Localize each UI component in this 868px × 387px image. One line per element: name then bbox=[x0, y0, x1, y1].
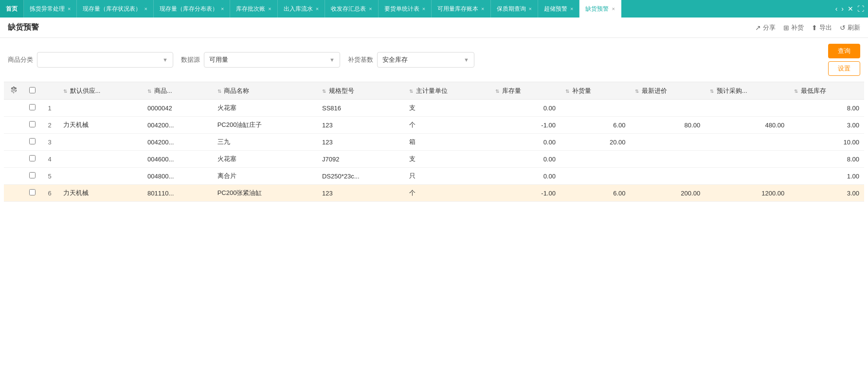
td-checkbox[interactable] bbox=[23, 185, 41, 202]
tab-inventory-status[interactable]: 现存量（库存状况表） × bbox=[77, 0, 153, 18]
td-checkbox[interactable] bbox=[23, 151, 41, 168]
export-button[interactable]: ⬆ 导出 bbox=[812, 23, 832, 32]
td-replenish-qty: 20.00 bbox=[561, 134, 631, 151]
tab-receive-summary[interactable]: 收发存汇总表 × bbox=[325, 0, 378, 18]
select-all-checkbox[interactable] bbox=[29, 87, 36, 93]
table-row: 1 0000042 火花塞 SS816 支 0.00 8.00 bbox=[4, 100, 864, 117]
tab-shortage[interactable]: 缺货预警 × bbox=[579, 0, 621, 18]
th-gear[interactable] bbox=[4, 82, 23, 100]
tab-order-stats-close[interactable]: × bbox=[422, 6, 425, 12]
replenish-label: 补货 bbox=[791, 23, 804, 32]
page-header: 缺货预警 ↗ 分享 ⊞ 补货 ⬆ 导出 ↺ 刷新 bbox=[0, 18, 868, 38]
td-product-name: 火花塞 bbox=[213, 100, 317, 117]
th-product-code[interactable]: ⇅ 商品... bbox=[143, 82, 213, 100]
tab-available-ledger-close[interactable]: × bbox=[481, 6, 484, 12]
tab-next-button[interactable]: › bbox=[839, 0, 846, 18]
th-estimated-purchase[interactable]: ⇅ 预计采购... bbox=[705, 82, 789, 100]
th-default-supplier[interactable]: ⇅ 默认供应... bbox=[58, 82, 143, 100]
tab-abnormal-close[interactable]: × bbox=[68, 6, 71, 12]
td-unit: 箱 bbox=[404, 134, 490, 151]
tab-close-button[interactable]: ✕ bbox=[846, 0, 855, 18]
tab-available-ledger[interactable]: 可用量库存账本 × bbox=[432, 0, 490, 18]
tab-inventory-dist[interactable]: 现存量（库存分布表） × bbox=[154, 0, 230, 18]
tab-inout-flow-close[interactable]: × bbox=[316, 6, 319, 12]
row-checkbox-2[interactable] bbox=[29, 138, 36, 144]
category-label: 商品分类 bbox=[8, 55, 33, 64]
category-select[interactable]: ▼ bbox=[37, 52, 173, 68]
tab-order-stats[interactable]: 要货单统计表 × bbox=[379, 0, 432, 18]
td-row-num: 3 bbox=[41, 134, 58, 151]
row-checkbox-4[interactable] bbox=[29, 172, 36, 178]
datasource-select-value: 可用量 bbox=[209, 55, 228, 64]
td-product-code: 004600... bbox=[143, 151, 213, 168]
th-latest-price[interactable]: ⇅ 最新进价 bbox=[630, 82, 705, 100]
th-replenish-qty[interactable]: ⇅ 补货量 bbox=[561, 82, 631, 100]
th-spec[interactable]: ⇅ 规格型号 bbox=[317, 82, 404, 100]
tab-home[interactable]: 首页 bbox=[0, 0, 24, 18]
td-min-stock: 8.00 bbox=[789, 151, 864, 168]
tab-expiry-query-close[interactable]: × bbox=[529, 6, 532, 12]
tab-inventory-dist-close[interactable]: × bbox=[221, 6, 224, 12]
td-replenish-qty: 6.00 bbox=[561, 185, 631, 202]
td-expand bbox=[4, 185, 23, 202]
td-min-stock: 1.00 bbox=[789, 168, 864, 185]
share-button[interactable]: ↗ 分享 bbox=[755, 23, 776, 32]
row-checkbox-3[interactable] bbox=[29, 155, 36, 161]
td-checkbox[interactable] bbox=[23, 100, 41, 117]
th-product-name[interactable]: ⇅ 商品名称 bbox=[213, 82, 317, 100]
query-button[interactable]: 查询 bbox=[828, 44, 860, 58]
th-min-stock[interactable]: ⇅ 最低库存 bbox=[789, 82, 864, 100]
td-replenish-qty bbox=[561, 168, 631, 185]
datasource-select[interactable]: 可用量 ▼ bbox=[204, 52, 340, 68]
tab-expiry-query[interactable]: 保质期查询 × bbox=[491, 0, 538, 18]
td-stock-qty: -1.00 bbox=[490, 117, 561, 134]
td-latest-price bbox=[630, 134, 705, 151]
tab-batch-account[interactable]: 库存批次账 × bbox=[230, 0, 277, 18]
row-checkbox-1[interactable] bbox=[29, 121, 36, 127]
td-min-stock: 8.00 bbox=[789, 100, 864, 117]
td-min-stock: 3.00 bbox=[789, 117, 864, 134]
replenish-basis-label: 补货基数 bbox=[348, 55, 373, 64]
tab-inout-flow-label: 出入库流水 bbox=[284, 5, 313, 13]
tab-prev-button[interactable]: ‹ bbox=[833, 0, 840, 18]
settings-button[interactable]: 设置 bbox=[828, 61, 860, 76]
tab-bar: 首页 拣货异常处理 × 现存量（库存状况表） × 现存量（库存分布表） × 库存… bbox=[0, 0, 868, 18]
td-unit: 个 bbox=[404, 117, 490, 134]
th-unit[interactable]: ⇅ 主计量单位 bbox=[404, 82, 490, 100]
td-product-name: 三九 bbox=[213, 134, 317, 151]
th-select-all[interactable] bbox=[23, 82, 41, 100]
refresh-icon: ↺ bbox=[840, 24, 846, 32]
refresh-button[interactable]: ↺ 刷新 bbox=[840, 23, 860, 32]
tab-expand-button[interactable]: ⛶ bbox=[855, 0, 866, 18]
tab-abnormal[interactable]: 拣货异常处理 × bbox=[24, 0, 77, 18]
td-latest-price bbox=[630, 100, 705, 117]
tab-inventory-status-close[interactable]: × bbox=[144, 6, 147, 12]
td-latest-price: 200.00 bbox=[630, 185, 705, 202]
td-estimated-purchase: 1200.00 bbox=[705, 185, 789, 202]
replenish-basis-select[interactable]: 安全库存 ▼ bbox=[377, 52, 474, 68]
td-checkbox[interactable] bbox=[23, 134, 41, 151]
td-checkbox[interactable] bbox=[23, 117, 41, 134]
td-estimated-purchase: 480.00 bbox=[705, 117, 789, 134]
tab-inout-flow[interactable]: 出入库流水 × bbox=[278, 0, 325, 18]
td-product-code: 0000042 bbox=[143, 100, 213, 117]
settings-icon bbox=[10, 86, 18, 94]
row-checkbox-5[interactable] bbox=[29, 189, 36, 195]
td-latest-price: 80.00 bbox=[630, 117, 705, 134]
th-stock-qty[interactable]: ⇅ 库存量 bbox=[490, 82, 561, 100]
td-product-name: 离合片 bbox=[213, 168, 317, 185]
row-checkbox-0[interactable] bbox=[29, 104, 36, 110]
td-checkbox[interactable] bbox=[23, 168, 41, 185]
tab-receive-summary-close[interactable]: × bbox=[369, 6, 372, 12]
tab-overstock[interactable]: 超储预警 × bbox=[538, 0, 579, 18]
td-latest-price bbox=[630, 151, 705, 168]
replenish-button[interactable]: ⊞ 补货 bbox=[783, 23, 804, 32]
sort-icon: ⇅ bbox=[635, 88, 639, 94]
tab-abnormal-label: 拣货异常处理 bbox=[30, 5, 65, 13]
tab-available-ledger-label: 可用量库存账本 bbox=[437, 5, 478, 13]
tab-shortage-close[interactable]: × bbox=[612, 6, 615, 12]
tab-overstock-close[interactable]: × bbox=[570, 6, 573, 12]
td-expand bbox=[4, 117, 23, 134]
tab-batch-account-close[interactable]: × bbox=[268, 6, 271, 12]
td-spec: 123 bbox=[317, 185, 404, 202]
